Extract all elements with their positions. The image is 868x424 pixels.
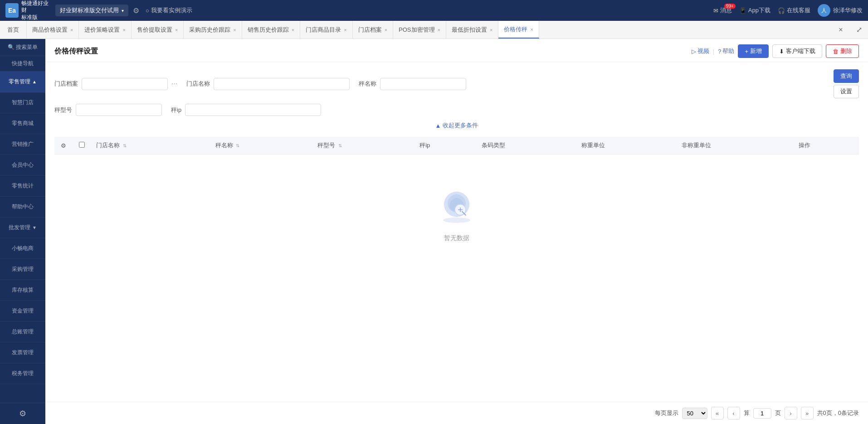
- tab-sales-history[interactable]: 销售历史价跟踪 ×: [242, 21, 300, 39]
- sidebar-bottom: ⚙: [0, 403, 45, 424]
- online-service-button[interactable]: 🎧 在线客服: [778, 6, 810, 14]
- download-client-button[interactable]: ⬇ 客户端下载: [772, 44, 822, 58]
- sidebar-item-wholesale[interactable]: 批发管理 ▼: [0, 217, 45, 238]
- page-title: 价格传秤设置: [54, 47, 98, 56]
- close-window-button[interactable]: ×: [832, 21, 850, 39]
- add-button[interactable]: + 新增: [738, 44, 769, 58]
- empty-illustration: [434, 182, 479, 227]
- close-icon[interactable]: ×: [175, 27, 178, 33]
- maximize-window-button[interactable]: ⤢: [850, 21, 868, 39]
- th-scale-model[interactable]: 秤型号 ⇅: [312, 137, 414, 154]
- scale-name-input[interactable]: [380, 78, 466, 90]
- close-icon[interactable]: ×: [70, 27, 73, 33]
- message-button[interactable]: ✉ 消息 99+: [713, 6, 732, 14]
- message-icon: ✉: [713, 7, 718, 14]
- settings-icon[interactable]: ⚙: [19, 409, 26, 419]
- tab-pos-manage[interactable]: POS加密管理 ×: [393, 21, 446, 39]
- per-page-select[interactable]: 50 10 20 100: [682, 408, 707, 419]
- sidebar-item-retail-mall[interactable]: 零售商城: [0, 113, 45, 134]
- filter-scale-ip: 秤ip: [171, 104, 321, 116]
- tab-price-transfer[interactable]: 价格传秤 ×: [498, 21, 539, 39]
- store-name-input[interactable]: [214, 78, 350, 90]
- sidebar-item-help[interactable]: 帮助中心: [0, 197, 45, 217]
- tab-goods-price[interactable]: 商品价格设置 ×: [27, 21, 79, 39]
- video-button[interactable]: ▷ 视频: [692, 47, 709, 55]
- sidebar-item-smart-store[interactable]: 智慧门店: [0, 92, 45, 113]
- filter-store-name: 门店名称: [186, 78, 350, 90]
- tab-store-file[interactable]: 门店档案 ×: [353, 21, 393, 39]
- demo-button[interactable]: ○ 我要看实例演示: [146, 6, 192, 14]
- sidebar-item-tax[interactable]: 税务管理: [0, 363, 45, 384]
- search-icon: 🔍: [8, 44, 15, 50]
- store-file-input[interactable]: [82, 78, 168, 90]
- page-summary: 共0页，0条记录: [817, 409, 859, 417]
- settings-button[interactable]: 设置: [834, 85, 859, 98]
- th-scale-name[interactable]: 秤名称 ⇅: [210, 137, 312, 154]
- scale-name-label: 秤名称: [359, 80, 376, 88]
- first-page-button[interactable]: «: [711, 407, 724, 419]
- svg-point-0: [443, 217, 470, 223]
- collapse-button[interactable]: ▲ 收起更多条件: [54, 121, 859, 130]
- sort-icon: ⇅: [338, 143, 342, 148]
- close-icon[interactable]: ×: [344, 27, 346, 33]
- close-icon[interactable]: ×: [292, 27, 294, 33]
- arrow-icon: ▲: [32, 79, 37, 84]
- last-page-button[interactable]: »: [801, 407, 814, 419]
- sidebar-item-purchase[interactable]: 采购管理: [0, 259, 45, 280]
- close-icon[interactable]: ×: [490, 27, 493, 33]
- filter-row-1: 门店档案 ··· 门店名称 秤名称 查询 设置: [54, 69, 859, 98]
- chevron-down-icon: ▾: [122, 8, 124, 13]
- delete-button[interactable]: 🗑 删除: [826, 44, 859, 58]
- tab-purchase-strategy[interactable]: 进价策略设置 ×: [79, 21, 131, 39]
- tabs-bar: 首页 商品价格设置 × 进价策略设置 × 售价提取设置 × 采购历史价跟踪 × …: [0, 21, 868, 39]
- th-checkbox[interactable]: [73, 137, 91, 154]
- settings-icon[interactable]: ⚙: [133, 6, 139, 15]
- page-input[interactable]: [753, 408, 771, 419]
- sidebar-item-ledger[interactable]: 总账管理: [0, 322, 45, 342]
- sidebar-item-member[interactable]: 会员中心: [0, 155, 45, 176]
- th-store-name[interactable]: 门店名称 ⇅: [91, 137, 210, 154]
- query-button[interactable]: 查询: [834, 69, 859, 83]
- sidebar-item-invoice[interactable]: 发票管理: [0, 342, 45, 363]
- select-all-checkbox[interactable]: [79, 142, 85, 148]
- close-icon[interactable]: ×: [385, 27, 387, 33]
- username: 徐泽华修改: [833, 6, 863, 14]
- sidebar-item-ecommerce[interactable]: 小畅电商: [0, 238, 45, 259]
- scale-ip-label: 秤ip: [171, 106, 181, 114]
- sidebar-item-retail[interactable]: 零售管理 ▲: [0, 72, 45, 92]
- scale-model-input[interactable]: [76, 104, 162, 116]
- th-settings[interactable]: ⚙: [54, 137, 73, 154]
- prev-page-button[interactable]: ‹: [727, 407, 740, 419]
- plus-icon: +: [745, 48, 748, 55]
- close-icon[interactable]: ×: [233, 27, 236, 33]
- empty-state: 暂无数据: [54, 154, 859, 270]
- help-button[interactable]: ? 帮助: [718, 47, 734, 55]
- sidebar-search[interactable]: 🔍 搜索菜单: [0, 39, 45, 56]
- scale-ip-input[interactable]: [185, 104, 321, 116]
- sidebar-item-inventory[interactable]: 库存核算: [0, 280, 45, 301]
- tab-sale-extract[interactable]: 售价提取设置 ×: [132, 21, 184, 39]
- close-icon[interactable]: ×: [438, 27, 440, 33]
- avatar: 人: [818, 4, 830, 17]
- close-icon[interactable]: ×: [530, 27, 533, 32]
- tab-min-discount[interactable]: 最低折扣设置 ×: [446, 21, 498, 39]
- sidebar-item-retail-stats[interactable]: 零售统计: [0, 176, 45, 197]
- sidebar-item-marketing[interactable]: 营销推广: [0, 134, 45, 155]
- version-dropdown[interactable]: 好业财标准版交付试用 ▾: [55, 5, 128, 16]
- sidebar-item-finance[interactable]: 资金管理: [0, 301, 45, 322]
- app-download-button[interactable]: 📱 App下载: [739, 6, 770, 14]
- tab-store-catalog[interactable]: 门店商品目录 ×: [300, 21, 352, 39]
- data-table: ⚙ 门店名称 ⇅ 秤名称 ⇅ 秤型号: [54, 137, 859, 154]
- store-dots[interactable]: ···: [171, 80, 177, 88]
- tab-purchase-history[interactable]: 采购历史价跟踪 ×: [184, 21, 242, 39]
- close-icon[interactable]: ×: [122, 27, 125, 33]
- collapse-up-icon: ▲: [435, 122, 441, 129]
- user-menu[interactable]: 人 徐泽华修改: [818, 4, 863, 17]
- sidebar-quicknav[interactable]: 快捷导航: [0, 56, 45, 72]
- th-non-weight-unit: 非称重单位: [676, 137, 793, 154]
- logo-text: 畅捷通好业财 标准版: [21, 0, 51, 21]
- help-icon: ?: [718, 48, 721, 55]
- next-page-button[interactable]: ›: [785, 407, 797, 419]
- per-page-label: 每页显示: [655, 409, 678, 417]
- tab-home[interactable]: 首页: [0, 21, 27, 39]
